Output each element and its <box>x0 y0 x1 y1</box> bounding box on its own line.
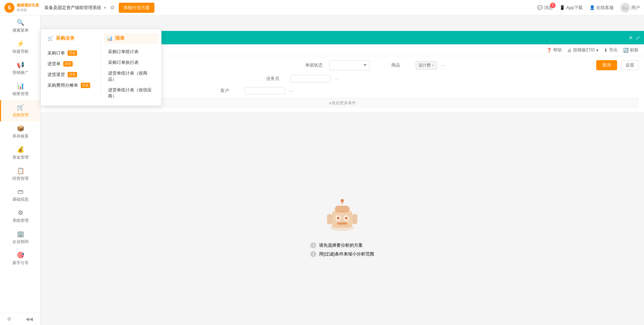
sidebar-item-search[interactable]: 🔍 搜索菜单 <box>0 15 40 37</box>
svg-point-13 <box>341 199 344 202</box>
top-header: 6 畅捷通好生意 标准版 装备及固定资产辅助管理系统 ▾ ⚙ 体验行业方案 💬 … <box>0 0 644 15</box>
dropdown-item-receipt-stat-supplier[interactable]: 进货单统计表（按供应商） <box>105 85 157 101</box>
sidebar-label-system: 系统管理 <box>12 218 29 224</box>
print-dropdown-arrow[interactable]: ▾ <box>596 48 599 53</box>
report-section-title: 📊 报表 <box>104 33 159 44</box>
voucher-status-select[interactable] <box>329 60 370 70</box>
query-btn[interactable]: 查询 <box>596 60 617 70</box>
purchase-receipt-history-badge: 历史 <box>63 61 73 67</box>
avatar: Ea <box>620 3 630 12</box>
report-section-label: 报表 <box>115 35 124 41</box>
dropdown-item-purchase-return[interactable]: 进货退货 历史 <box>45 69 97 80</box>
svg-text:6: 6 <box>8 5 11 10</box>
sidebar-settings-btn[interactable]: ⚙ <box>7 316 11 322</box>
online-service-label: 在线客服 <box>596 5 614 11</box>
marketing-icon: 📢 <box>17 61 24 69</box>
logo-text: 畅捷通好生意 <box>17 3 39 7</box>
help-btn[interactable]: ❓ 帮助 <box>546 47 562 53</box>
svg-rect-5 <box>332 211 352 228</box>
purchase-icon: 🛒 <box>17 104 24 111</box>
system-settings-icon[interactable]: ⚙ <box>109 3 116 12</box>
receipt-stat-goods-label: 进货单统计表（按商品） <box>108 70 155 82</box>
title-dropdown-arrow[interactable]: ▾ <box>104 5 106 10</box>
purchase-order-label: 采购订单 <box>47 50 65 56</box>
empty-state: 1 请先选择要分析的方案 2 用[过滤]条件来缩小分析范围 <box>40 112 644 325</box>
system-title-area: 装备及固定资产辅助管理系统 ▾ ⚙ 体验行业方案 <box>44 3 537 13</box>
sidebar-item-enterprise[interactable]: 🏢 企业协同 <box>0 227 40 248</box>
logo-sub: 标准版 <box>17 8 39 12</box>
sidebar-label-purchase: 采购管理 <box>12 112 29 118</box>
sidebar-item-purchase[interactable]: 🛒 采购管理 <box>0 100 40 121</box>
sidebar-item-inventory[interactable]: 📦 库存核算 <box>0 121 40 143</box>
svg-rect-11 <box>337 222 347 225</box>
refresh-label: 刷新 <box>630 47 639 53</box>
sidebar-label-basic: 基础信息 <box>12 197 29 202</box>
purchase-return-history-badge: 历史 <box>68 72 77 77</box>
sidebar-item-sales[interactable]: 📊 销售管理 <box>0 79 40 100</box>
purchase-receipt-label: 进货单 <box>47 61 61 67</box>
sidebar-item-finance[interactable]: 💰 资金管理 <box>0 143 40 164</box>
customer-more-dots[interactable]: ··· <box>289 88 293 93</box>
dropdown-item-purchase-receipt[interactable]: 进货单 历史 <box>45 58 97 69</box>
purchase-order-history-badge: 历史 <box>68 50 77 56</box>
sidebar-label-quick-nav: 快捷导航 <box>12 49 29 54</box>
dropdown-item-purchase-expense[interactable]: 采购费用分摊单 历史 <box>45 80 97 91</box>
purchase-expense-label: 采购费用分摊单 <box>47 82 78 88</box>
sidebar-item-newbie[interactable]: 🎯 新手引导 <box>0 248 40 269</box>
empty-tips: 1 请先选择要分析的方案 2 用[过滤]条件来缩小分析范围 <box>310 242 374 257</box>
sidebar: 🔍 搜索菜单 ⚡ 快捷导航 📢 营销推广 📊 销售管理 🛒 采购管理 📦 库存核… <box>0 15 40 325</box>
purchase-section-icon: 🛒 <box>47 36 53 41</box>
empty-tip-1: 1 请先选择要分析的方案 <box>310 242 374 248</box>
settings-filter-btn[interactable]: 设置 <box>621 60 639 70</box>
print-icon: 🖨 <box>567 48 572 53</box>
purchase-return-label: 进货退货 <box>47 72 65 78</box>
refresh-icon: 🔄 <box>623 48 629 53</box>
customer-input-area[interactable] <box>245 87 285 94</box>
print-btn[interactable]: 🖨 按模板打印 ▾ <box>567 47 599 53</box>
dropdown-item-purchase-order-stat[interactable]: 采购订单统计表 <box>105 46 157 57</box>
purchase-order-stat-label: 采购订单统计表 <box>108 49 139 55</box>
user-btn[interactable]: Ea 用户 <box>620 3 640 12</box>
inventory-icon: 📦 <box>17 125 24 132</box>
app-download-btn[interactable]: 📱 App下载 <box>560 5 583 11</box>
window-expand-icon[interactable]: ⤢ <box>636 35 640 41</box>
sidebar-item-system[interactable]: ⚙ 系统管理 <box>0 206 40 227</box>
industry-btn[interactable]: 体验行业方案 <box>119 3 154 13</box>
dropdown-col-purchase: 🛒 采购业务 采购订单 历史 进货单 历史 进货退货 历史 采购费用分摊单 历史 <box>41 33 101 101</box>
empty-illustration <box>322 196 362 237</box>
online-service-btn[interactable]: 👤 在线客服 <box>589 5 614 11</box>
dropdown-item-purchase-order[interactable]: 采购订单 历史 <box>45 48 97 58</box>
goods-more-dots[interactable]: ··· <box>441 63 445 68</box>
salesperson-more-dots[interactable]: ··· <box>335 76 339 81</box>
purchase-order-exec-label: 采购订单执行表 <box>108 59 139 66</box>
operation-icon: 📋 <box>17 167 24 174</box>
tip-num-1: 1 <box>310 242 316 248</box>
sales-icon: 📊 <box>17 82 24 90</box>
goods-tag-close[interactable]: × <box>432 64 434 67</box>
window-close-icon[interactable]: ✕ <box>629 35 633 41</box>
sidebar-label-inventory: 库存核算 <box>12 133 29 139</box>
svg-rect-6 <box>335 206 350 212</box>
goods-tag-value: 设计费 <box>419 63 431 68</box>
dropdown-item-receipt-stat-goods[interactable]: 进货单统计表（按商品） <box>105 68 157 85</box>
robot-svg <box>322 196 362 236</box>
message-btn[interactable]: 💬 9 消息 <box>537 5 553 11</box>
sidebar-bottom: ⚙ ◀◀ <box>0 313 40 325</box>
purchase-dropdown-menu: 🛒 采购业务 采购订单 历史 进货单 历史 进货退货 历史 采购费用分摊单 历史… <box>40 29 162 106</box>
header-right: 💬 9 消息 📱 App下载 👤 在线客服 Ea 用户 <box>537 3 640 12</box>
export-btn[interactable]: ⬇ 导出 <box>604 47 618 53</box>
sidebar-label-operation: 经营管理 <box>12 176 29 181</box>
sidebar-item-marketing[interactable]: 📢 营销推广 <box>0 58 40 79</box>
sidebar-item-quick-nav[interactable]: ⚡ 快捷导航 <box>0 37 40 58</box>
dropdown-item-purchase-order-exec[interactable]: 采购订单执行表 <box>105 57 157 68</box>
svg-point-9 <box>337 217 339 219</box>
goods-tag[interactable]: 设计费 × <box>416 61 437 70</box>
sidebar-collapse-btn[interactable]: ◀◀ <box>26 316 33 322</box>
empty-tip-2: 2 用[过滤]条件来缩小分析范围 <box>310 251 374 257</box>
service-icon: 👤 <box>589 5 595 10</box>
tip-text-2: 用[过滤]条件来缩小分析范围 <box>319 251 374 257</box>
sidebar-item-basic[interactable]: 🗃 基础信息 <box>0 185 40 206</box>
refresh-btn[interactable]: 🔄 刷新 <box>623 47 639 53</box>
sidebar-item-operation[interactable]: 📋 经营管理 <box>0 164 40 185</box>
salesperson-input-area[interactable] <box>290 75 331 82</box>
